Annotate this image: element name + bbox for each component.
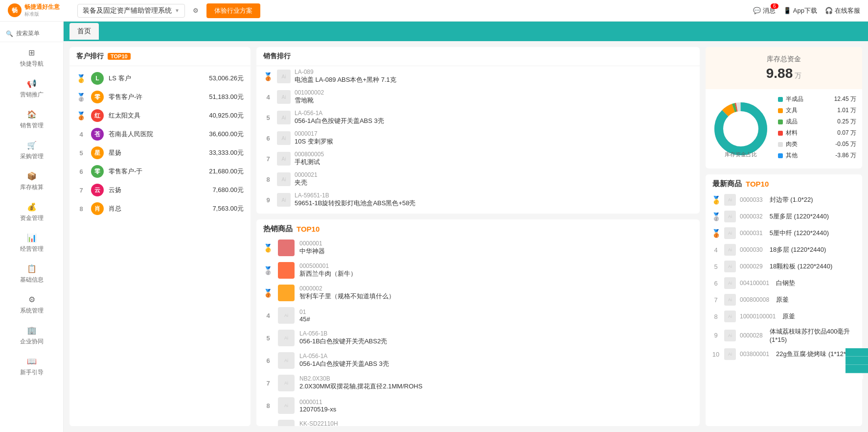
latest-product-item: 🥉 Ai 0000031 5厘中纤 (1220*2440) bbox=[706, 225, 862, 241]
system-icon: ⚙ bbox=[26, 294, 37, 305]
customer-amount: 51,183.00元 bbox=[209, 93, 244, 101]
mid-column: 销售排行 🥉 Ai LA-089 电池盖 LA-089 ABS本色+黑种 7.1… bbox=[256, 47, 700, 426]
sidebar-item-sales[interactable]: 🏠 销售管理 bbox=[0, 104, 63, 135]
customer-avatar: 红 bbox=[91, 109, 104, 122]
service-button[interactable]: 🎧 在线客服 bbox=[825, 6, 860, 15]
product-name: 056-1B白色按键开关壳ABS2壳 bbox=[299, 337, 693, 346]
product-thumb: Ai bbox=[277, 172, 291, 186]
product-info: LA-59651-1B 59651-1B旋转投影灯电池盒ABS黑色+58壳 bbox=[295, 192, 693, 208]
sidebar-item-operation[interactable]: 📊 经营管理 bbox=[0, 227, 63, 258]
trial-btn[interactable]: 体验行业方案 bbox=[206, 3, 260, 18]
main-layout: 🔍 搜索菜单 ⊞ 快捷导航 📢 营销推广 🏠 销售管理 🛒 采购管理 📦 库存核… bbox=[0, 22, 868, 432]
customer-name: 星扬 bbox=[109, 148, 204, 157]
customer-name: 红太阳文具 bbox=[109, 111, 204, 120]
rank-number: 9 bbox=[263, 425, 273, 427]
basic-icon: 📋 bbox=[26, 263, 37, 274]
inventory-unit: 万 bbox=[795, 72, 801, 80]
product-name: 电池盖 LA-089 ABS本色+黑种 7.1克 bbox=[295, 75, 693, 84]
latest-product-item: 10 Ai 003800001 22g鱼豆腐·烧烤味 (1*12*20) bbox=[706, 346, 862, 362]
customer-amount: 53,006.26元 bbox=[209, 74, 244, 83]
product-code: LA-59651-1B bbox=[295, 192, 693, 199]
sidebar-item-company[interactable]: 🏢 企业协同 bbox=[0, 320, 63, 351]
product-name: 45# bbox=[299, 315, 693, 323]
product-thumb: Ai bbox=[724, 244, 736, 256]
product-code: 0000028 bbox=[740, 332, 763, 339]
customer-rank-item: 6 零 零售客户-于 21,680.00元 bbox=[69, 162, 251, 181]
sidebar-item-finance[interactable]: 💰 资金管理 bbox=[0, 196, 63, 227]
rank-number: 4 bbox=[711, 246, 720, 254]
rank-number: 9 bbox=[711, 332, 720, 339]
float-community-btn[interactable]: 服务社区 bbox=[845, 357, 868, 365]
latest-products-badge: TOP10 bbox=[746, 180, 769, 188]
app-download-button[interactable]: 📱 App下载 bbox=[783, 6, 817, 15]
sidebar-item-marketing[interactable]: 📢 营销推广 bbox=[0, 73, 63, 104]
product-name: 封边带 (1.0*22) bbox=[770, 195, 856, 204]
product-image bbox=[278, 240, 295, 256]
rank-number: 8 bbox=[263, 402, 273, 409]
rank-number: 🥇 bbox=[711, 195, 720, 205]
home-tab[interactable]: 首页 bbox=[69, 23, 99, 40]
float-service-btn[interactable]: 客服热线 bbox=[845, 348, 868, 357]
dropdown-arrow-icon: ▼ bbox=[175, 8, 180, 13]
legend-name: 材料 bbox=[786, 129, 834, 137]
latest-product-item: 8 Ai 10000100001 原釜 bbox=[706, 308, 862, 325]
sales-rank-item: 7 Ai 000800005 手机测试 bbox=[256, 148, 700, 169]
sidebar-item-purchase[interactable]: 🛒 采购管理 bbox=[0, 135, 63, 166]
product-code: KK-SD22110H bbox=[299, 420, 693, 426]
legend-dot bbox=[778, 120, 783, 124]
company-icon: 🏢 bbox=[26, 325, 37, 336]
customer-avatar: 肖 bbox=[91, 202, 104, 215]
sales-rank-item: 5 Ai LA-056-1A 056-1A白色按键开关盖ABS 3壳 bbox=[256, 107, 700, 128]
rank-number: 8 bbox=[711, 313, 720, 320]
legend-name: 文具 bbox=[786, 106, 834, 115]
sidebar-item-quick-nav[interactable]: ⊞ 快捷导航 bbox=[0, 42, 63, 73]
product-info: 0000001 中华神器 bbox=[299, 240, 693, 256]
product-code: LA-089 bbox=[295, 69, 693, 75]
product-code: 0000032 bbox=[740, 213, 763, 220]
sidebar-item-system[interactable]: ⚙ 系统管理 bbox=[0, 289, 63, 320]
sales-rank-item: 🥉 Ai LA-089 电池盖 LA-089 ABS本色+黑种 7.1克 bbox=[256, 66, 700, 87]
sidebar-item-guide[interactable]: 📖 新手引导 bbox=[0, 351, 63, 382]
hot-products-badge: TOP10 bbox=[297, 225, 320, 233]
legend-name: 成品 bbox=[786, 118, 834, 126]
product-thumb: Ai bbox=[277, 152, 291, 166]
sales-rank-item: 4 Ai 001000002 雪地靴 bbox=[256, 87, 700, 107]
legend-value: 1.01 万 bbox=[837, 106, 856, 115]
guide-icon: 📖 bbox=[26, 356, 37, 366]
product-code: 004100001 bbox=[740, 280, 769, 287]
float-live-btn[interactable]: 直播 bbox=[845, 365, 868, 373]
latest-product-item: 4 Ai 0000030 18多层 (1220*2440) bbox=[706, 241, 862, 258]
customer-rank-list: 🥇 L LS 客户 53,006.26元 🥈 零 零售客户-许 51,183.0… bbox=[69, 66, 251, 221]
customer-rank-item: 7 云 云扬 7,680.00元 bbox=[69, 181, 251, 199]
rank-number: 🥇 bbox=[76, 74, 86, 83]
legend-value: 0.25 万 bbox=[837, 118, 856, 126]
settings-button[interactable]: ⚙ bbox=[189, 4, 203, 18]
rank-number: 5 bbox=[76, 149, 86, 157]
rank-number: 6 bbox=[263, 135, 273, 142]
product-name: 12070519-xs bbox=[299, 406, 693, 413]
product-code: 001000002 bbox=[295, 89, 693, 96]
rank-number: 4 bbox=[76, 131, 86, 138]
product-info: 000800005 手机测试 bbox=[295, 151, 693, 167]
customer-rank-item: 8 肖 肖总 7,563.00元 bbox=[69, 199, 251, 218]
product-code: 0000021 bbox=[295, 171, 693, 178]
sidebar-item-inventory[interactable]: 📦 库存核算 bbox=[0, 166, 63, 196]
rank-number: 5 bbox=[711, 263, 720, 270]
page-content: 客户排行 TOP10 🥇 L LS 客户 53,006.26元 🥈 零 零售客户… bbox=[64, 41, 868, 432]
app-icon: 📱 bbox=[783, 7, 791, 14]
product-name: 5厘中纤 (1220*2440) bbox=[770, 229, 856, 238]
message-button[interactable]: 💬 消息 6 bbox=[753, 6, 776, 15]
logo-badge: 标准版 bbox=[24, 11, 60, 18]
sidebar-item-basic[interactable]: 📋 基础信息 bbox=[0, 258, 63, 289]
system-name-selector[interactable]: 装备及固定资产辅助管理系统 ▼ bbox=[77, 4, 185, 18]
rank-number: 🥉 bbox=[263, 72, 273, 81]
product-name: 原釜 bbox=[776, 295, 856, 304]
product-info: 000500001 新西兰牛肉（新牛） bbox=[299, 263, 693, 278]
search-menu-button[interactable]: 🔍 搜索菜单 bbox=[0, 25, 63, 42]
operation-icon: 📊 bbox=[26, 232, 37, 243]
product-code: NB2.0X30B bbox=[299, 375, 693, 382]
product-info: 0000017 10S 变刺罗猴 bbox=[295, 130, 693, 146]
legend-dot bbox=[778, 97, 783, 102]
hot-product-item: 6 Ai LA-056-1A 056-1A白色按键开关盖ABS 3壳 bbox=[256, 349, 700, 372]
customer-rank-card: 客户排行 TOP10 🥇 L LS 客户 53,006.26元 🥈 零 零售客户… bbox=[69, 47, 251, 426]
